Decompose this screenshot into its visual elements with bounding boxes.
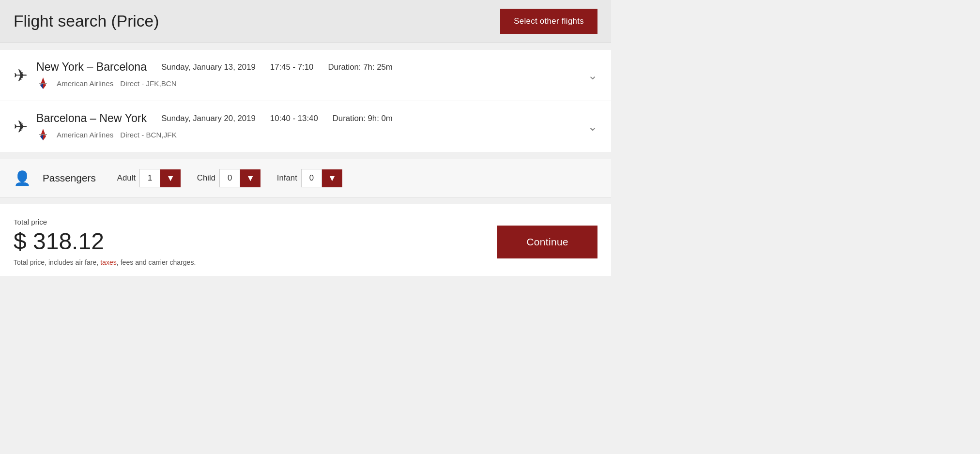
flight-main-info: Barcelona – New York Sunday, January 20,… xyxy=(36,112,588,141)
flight-top-line: Barcelona – New York Sunday, January 20,… xyxy=(36,112,588,125)
airline-logo-icon xyxy=(36,76,50,90)
infant-count: 0 xyxy=(301,169,322,187)
select-other-flights-button[interactable]: Select other flights xyxy=(500,9,597,34)
taxes-link[interactable]: taxes xyxy=(100,258,117,266)
flight-duration: Duration: 7h: 25m xyxy=(328,62,392,72)
flight-route: New York – Barcelona xyxy=(36,61,147,74)
total-note-after: , fees and carrier charges. xyxy=(117,258,196,266)
flight-route-code: Direct - BCN,JFK xyxy=(120,131,176,139)
total-left: Total price $ 318.12 Total price, includ… xyxy=(14,218,196,266)
flight-date: Sunday, January 13, 2019 xyxy=(161,62,256,72)
infant-passenger-group: Infant 0 ▼ xyxy=(277,169,342,187)
continue-button[interactable]: Continue xyxy=(497,226,597,258)
flight-row: ✈ New York – Barcelona Sunday, January 1… xyxy=(0,50,611,101)
adult-label: Adult xyxy=(117,173,136,183)
adult-count: 1 xyxy=(139,169,160,187)
adult-passenger-group: Adult 1 ▼ xyxy=(117,169,181,187)
total-price-value: $ 318.12 xyxy=(14,228,196,255)
infant-dropdown-button[interactable]: ▼ xyxy=(322,169,342,187)
airline-logo-icon xyxy=(36,128,50,141)
flight-duration: Duration: 9h: 0m xyxy=(333,114,393,123)
infant-label: Infant xyxy=(277,173,297,183)
total-price-label: Total price xyxy=(14,218,196,226)
child-dropdown-button[interactable]: ▼ xyxy=(240,169,260,187)
passengers-label: Passengers xyxy=(43,172,96,184)
airline-name: American Airlines xyxy=(57,79,113,88)
flight-route: Barcelona – New York xyxy=(36,112,147,125)
child-count: 0 xyxy=(219,169,240,187)
total-note: Total price, includes air fare, taxes, f… xyxy=(14,258,196,266)
total-section: Total price $ 318.12 Total price, includ… xyxy=(0,204,611,276)
flight-row: ✈ Barcelona – New York Sunday, January 2… xyxy=(0,101,611,152)
flight-date: Sunday, January 20, 2019 xyxy=(161,114,256,123)
child-label: Child xyxy=(197,173,215,183)
flight-times: 17:45 - 7:10 xyxy=(270,62,314,72)
plane-icon: ✈ xyxy=(14,117,28,136)
flights-section: ✈ New York – Barcelona Sunday, January 1… xyxy=(0,50,611,152)
person-icon: 👤 xyxy=(14,170,31,186)
airline-name: American Airlines xyxy=(57,131,113,139)
flight-route-code: Direct - JFK,BCN xyxy=(120,79,176,88)
total-note-before: Total price, includes air fare, xyxy=(14,258,100,266)
page-title: Flight search (Price) xyxy=(14,12,159,30)
flight-expand-chevron[interactable]: ⌄ xyxy=(588,69,597,82)
passengers-section: 👤 Passengers Adult 1 ▼ Child 0 ▼ Infant … xyxy=(0,159,611,197)
child-passenger-group: Child 0 ▼ xyxy=(197,169,260,187)
flight-bottom-line: American Airlines Direct - BCN,JFK xyxy=(36,128,588,141)
flight-bottom-line: American Airlines Direct - JFK,BCN xyxy=(36,76,588,90)
flight-times: 10:40 - 13:40 xyxy=(270,114,318,123)
flight-main-info: New York – Barcelona Sunday, January 13,… xyxy=(36,61,588,90)
flight-top-line: New York – Barcelona Sunday, January 13,… xyxy=(36,61,588,74)
page-header: Flight search (Price) Select other fligh… xyxy=(0,0,611,43)
adult-dropdown-button[interactable]: ▼ xyxy=(160,169,180,187)
plane-icon: ✈ xyxy=(14,65,28,85)
flight-expand-chevron[interactable]: ⌄ xyxy=(588,120,597,134)
